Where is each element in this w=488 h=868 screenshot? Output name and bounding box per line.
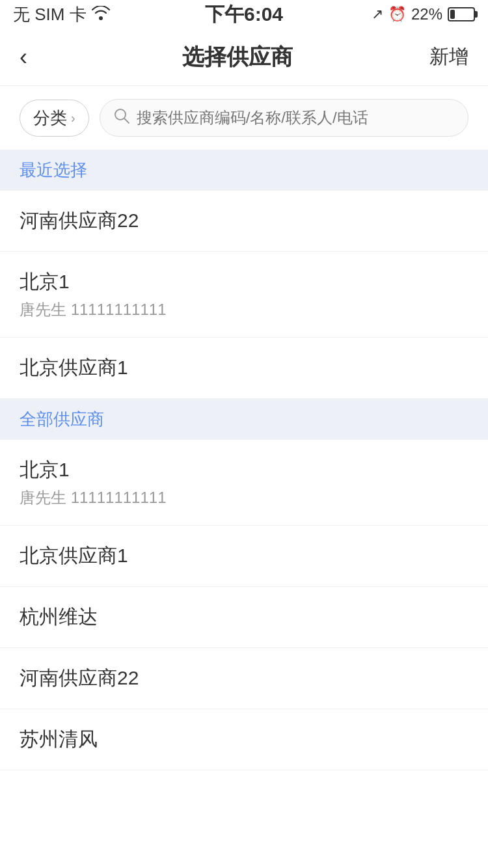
location-icon: ↗ xyxy=(372,6,383,23)
nav-bar: ‹ 选择供应商 新增 xyxy=(0,29,488,86)
chevron-right-icon: › xyxy=(71,111,75,126)
alarm-icon: ⏰ xyxy=(388,6,406,23)
all-items-list: 北京1唐先生 11111111111北京供应商1杭州维达河南供应商22苏州清风 xyxy=(0,440,488,770)
list-item[interactable]: 苏州清风 xyxy=(0,709,488,770)
list-item[interactable]: 河南供应商22 xyxy=(0,648,488,709)
category-label: 分类 xyxy=(33,107,67,129)
item-name: 河南供应商22 xyxy=(20,208,468,234)
page-title: 选择供应商 xyxy=(182,42,293,72)
add-button[interactable]: 新增 xyxy=(416,44,468,70)
item-name: 北京供应商1 xyxy=(20,355,468,381)
search-input[interactable] xyxy=(137,109,455,127)
item-name: 北京供应商1 xyxy=(20,543,468,569)
list-item[interactable]: 北京供应商1 xyxy=(0,338,488,399)
wifi-icon xyxy=(92,5,110,25)
item-name: 北京1 xyxy=(20,269,468,295)
search-icon xyxy=(113,107,130,128)
svg-line-1 xyxy=(124,118,129,123)
search-box[interactable] xyxy=(100,99,468,137)
back-button[interactable]: ‹ xyxy=(20,44,59,71)
item-name: 杭州维达 xyxy=(20,604,468,631)
status-bar: 无 SIM 卡 下午6:04 ↗ ⏰ 22% xyxy=(0,0,488,29)
item-sub: 唐先生 11111111111 xyxy=(20,487,468,508)
list-item[interactable]: 北京1唐先生 11111111111 xyxy=(0,440,488,526)
status-right: ↗ ⏰ 22% xyxy=(372,5,475,23)
status-left: 无 SIM 卡 xyxy=(13,3,110,26)
battery-percent: 22% xyxy=(411,5,442,23)
filter-bar: 分类 › xyxy=(0,86,488,150)
category-button[interactable]: 分类 › xyxy=(20,100,89,137)
item-name: 苏州清风 xyxy=(20,726,468,753)
all-section-label: 全部供应商 xyxy=(20,409,104,429)
all-section-header: 全部供应商 xyxy=(0,399,488,440)
list-item[interactable]: 北京1唐先生 11111111111 xyxy=(0,252,488,338)
recent-items-list: 河南供应商22北京1唐先生 11111111111北京供应商1 xyxy=(0,191,488,399)
list-item[interactable]: 北京供应商1 xyxy=(0,526,488,587)
item-sub: 唐先生 11111111111 xyxy=(20,299,468,320)
list-item[interactable]: 杭州维达 xyxy=(0,587,488,648)
no-sim-text: 无 SIM 卡 xyxy=(13,3,87,26)
recent-section-label: 最近选择 xyxy=(20,160,87,180)
recent-section-header: 最近选择 xyxy=(0,150,488,191)
item-name: 北京1 xyxy=(20,457,468,483)
battery-icon xyxy=(448,7,475,21)
status-time: 下午6:04 xyxy=(205,1,283,28)
list-item[interactable]: 河南供应商22 xyxy=(0,191,488,252)
item-name: 河南供应商22 xyxy=(20,665,468,692)
